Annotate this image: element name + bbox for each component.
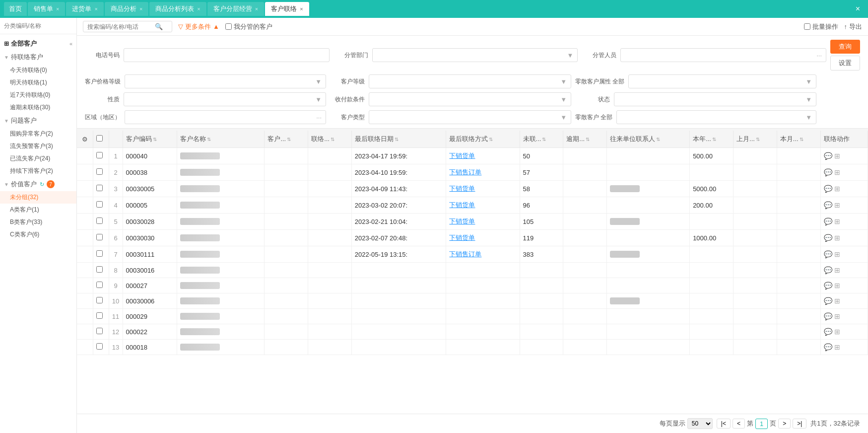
row-checkbox-cell[interactable]: [93, 324, 109, 340]
sidebar-item-overdue-pending[interactable]: 逾期未联络(30): [0, 101, 76, 114]
retail-cust-select[interactable]: ▼: [616, 110, 816, 124]
tab-customer-segment[interactable]: 客户分层经营 ×: [207, 2, 264, 16]
close-icon[interactable]: ×: [300, 6, 303, 12]
chat-icon[interactable]: 💬: [824, 250, 832, 258]
sidebar-item-today-pending[interactable]: 今天待联络(0): [0, 64, 76, 76]
chat-icon[interactable]: 💬: [824, 217, 832, 225]
last-method-link[interactable]: 下销售订单: [449, 168, 481, 176]
row-checkbox[interactable]: [96, 282, 103, 288]
batch-ops-check[interactable]: [804, 23, 810, 30]
row-checkbox-cell[interactable]: [93, 181, 109, 197]
my-customers-check[interactable]: [225, 23, 232, 30]
type-col-header[interactable]: 客户...⇅: [265, 131, 308, 148]
first-page-btn[interactable]: |<: [717, 419, 731, 429]
customer-level-select[interactable]: ▼: [369, 74, 571, 88]
last-method-link[interactable]: 下销货单: [449, 201, 475, 209]
phone-input[interactable]: [124, 48, 330, 62]
last-method-link[interactable]: 下销货单: [449, 217, 475, 225]
grid-action-icon[interactable]: ⊞: [834, 250, 840, 258]
grid-action-icon[interactable]: ⊞: [834, 217, 840, 225]
all-customers-section[interactable]: ⊞ 全部客户 «: [0, 36, 76, 50]
chat-icon[interactable]: 💬: [824, 185, 832, 193]
row-checkbox-cell[interactable]: [93, 197, 109, 214]
problem-group[interactable]: ▼ 问题客户: [0, 114, 76, 128]
row-checkbox[interactable]: [96, 328, 103, 334]
sidebar-item-class-a[interactable]: A类客户(1): [0, 204, 76, 216]
status-select[interactable]: ▼: [614, 92, 816, 106]
more-conditions-btn[interactable]: ▽ 更多条件 ▲: [178, 22, 219, 31]
uncontact-col-header[interactable]: 未联...⇅: [520, 131, 563, 148]
chat-icon[interactable]: 💬: [824, 343, 832, 351]
sidebar-item-churned[interactable]: 已流失客户(24): [0, 152, 76, 165]
reset-button[interactable]: 设置: [830, 56, 860, 71]
chat-icon[interactable]: 💬: [824, 297, 832, 305]
last-date-col-header[interactable]: 最后联络日期⇅: [351, 131, 446, 148]
sidebar-item-7day-pending[interactable]: 近7天待联络(0): [0, 89, 76, 101]
next-page-btn[interactable]: >: [778, 419, 791, 429]
chat-icon[interactable]: 💬: [824, 152, 832, 160]
checkbox-col-header[interactable]: [93, 131, 109, 148]
sidebar-item-class-c[interactable]: C类客户(6): [0, 228, 76, 241]
close-icon[interactable]: ×: [56, 6, 59, 12]
row-checkbox[interactable]: [96, 168, 103, 175]
dept-select[interactable]: ▼: [372, 48, 578, 62]
name-col-header[interactable]: 客户名称⇅: [177, 131, 265, 148]
this-year-col-header[interactable]: 本年...⇅: [690, 131, 734, 148]
batch-ops-btn[interactable]: 批量操作: [804, 22, 838, 31]
tab-home[interactable]: 首页: [4, 2, 27, 16]
this-month-col-header[interactable]: 本月...⇅: [777, 131, 820, 148]
unit-contact-col-header[interactable]: 往来单位联系人⇅: [607, 131, 690, 148]
cust-type-select[interactable]: ▼: [369, 110, 571, 124]
row-checkbox-cell[interactable]: [93, 214, 109, 230]
row-checkbox[interactable]: [96, 201, 103, 208]
retail-attr-select[interactable]: ▼: [628, 74, 816, 88]
tab-sales[interactable]: 销售单 ×: [28, 2, 65, 16]
row-checkbox-cell[interactable]: [93, 164, 109, 181]
chat-icon[interactable]: 💬: [824, 201, 832, 209]
filter-search-icon[interactable]: 🔍: [155, 23, 163, 30]
contact-col-header[interactable]: 联络...⇅: [308, 131, 352, 148]
grid-action-icon[interactable]: ⊞: [834, 266, 840, 274]
chat-icon[interactable]: 💬: [824, 266, 832, 274]
row-checkbox[interactable]: [96, 343, 103, 350]
last-month-col-header[interactable]: 上月...⇅: [734, 131, 777, 148]
chat-icon[interactable]: 💬: [824, 168, 832, 176]
nature-select[interactable]: ▼: [124, 92, 326, 106]
window-close-button[interactable]: ×: [852, 4, 864, 13]
row-checkbox[interactable]: [96, 312, 103, 319]
last-method-link[interactable]: 下销货单: [449, 185, 475, 192]
chat-icon[interactable]: 💬: [824, 312, 832, 320]
pending-group[interactable]: ▼ 待联络客户: [0, 50, 76, 64]
sidebar-search-input[interactable]: [4, 22, 77, 29]
payment-select[interactable]: ▼: [369, 92, 571, 106]
last-method-link[interactable]: 下销售订单: [449, 250, 481, 258]
sidebar-item-class-b[interactable]: B类客户(33): [0, 216, 76, 228]
region-select[interactable]: ···: [125, 110, 326, 124]
row-checkbox[interactable]: [96, 217, 103, 224]
chat-icon[interactable]: 💬: [824, 328, 832, 336]
my-customers-checkbox[interactable]: 我分管的客户: [225, 22, 272, 31]
row-checkbox-cell[interactable]: [93, 293, 109, 309]
close-icon[interactable]: ×: [255, 6, 258, 12]
grid-action-icon[interactable]: ⊞: [834, 185, 840, 193]
last-method-col-header[interactable]: 最后联络方式⇅: [446, 131, 520, 148]
price-level-select[interactable]: ▼: [125, 74, 326, 88]
grid-action-icon[interactable]: ⊞: [834, 297, 840, 305]
row-checkbox-cell[interactable]: [93, 309, 109, 324]
last-page-btn[interactable]: >|: [793, 419, 806, 429]
close-icon[interactable]: ×: [94, 6, 97, 12]
last-method-link[interactable]: 下销货单: [449, 234, 475, 241]
sidebar-item-declining[interactable]: 持续下滑客户(2): [0, 165, 76, 177]
tab-purchase[interactable]: 进货单 ×: [66, 2, 103, 16]
grid-action-icon[interactable]: ⊞: [834, 234, 840, 242]
grid-action-icon[interactable]: ⊞: [834, 168, 840, 176]
overdue-col-header[interactable]: 逾期...⇅: [563, 131, 607, 148]
refresh-icon[interactable]: ↻: [40, 181, 44, 188]
grid-action-icon[interactable]: ⊞: [834, 282, 840, 289]
grid-action-icon[interactable]: ⊞: [834, 201, 840, 209]
row-checkbox-cell[interactable]: [93, 230, 109, 246]
row-checkbox-cell[interactable]: [93, 278, 109, 293]
sidebar-item-hoard-abnormal[interactable]: 囤购异常客户(2): [0, 128, 76, 140]
per-page-select[interactable]: 50 20 100: [687, 418, 713, 429]
settings-col-header[interactable]: ⚙: [77, 131, 93, 148]
